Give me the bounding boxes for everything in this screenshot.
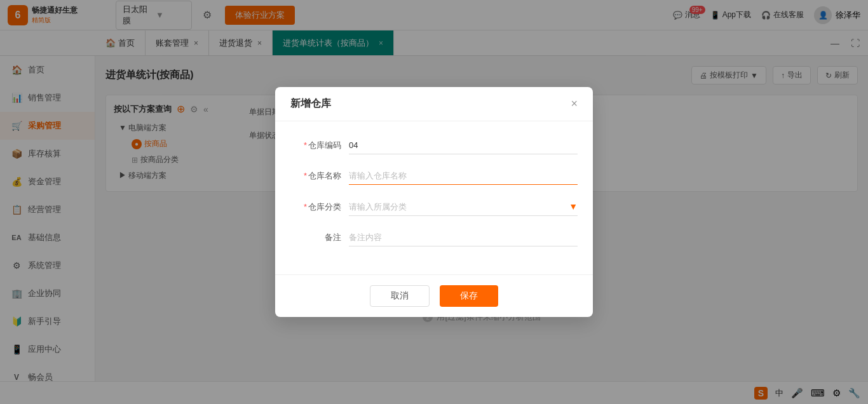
form-row-category: 仓库分类 ▼ (290, 198, 578, 216)
category-label: 仓库分类 (290, 201, 341, 213)
remark-label: 备注 (290, 232, 341, 243)
remark-input[interactable] (349, 229, 578, 246)
modal-title: 新增仓库 (290, 97, 331, 111)
form-row-code: 仓库编码 (290, 137, 578, 154)
new-warehouse-modal: 新增仓库 × 仓库编码 仓库名称 仓库分类 ▼ (275, 87, 593, 317)
category-input[interactable] (349, 202, 569, 212)
code-label: 仓库编码 (290, 140, 341, 151)
form-row-name: 仓库名称 (290, 167, 578, 185)
modal-body: 仓库编码 仓库名称 仓库分类 ▼ 备注 (275, 121, 593, 274)
save-button[interactable]: 保存 (440, 285, 498, 307)
modal-footer: 取消 保存 (275, 274, 593, 317)
cancel-button[interactable]: 取消 (370, 285, 430, 307)
form-row-remark: 备注 (290, 229, 578, 246)
category-select-row[interactable]: ▼ (349, 198, 578, 216)
name-label: 仓库名称 (290, 170, 341, 182)
name-input[interactable] (349, 167, 578, 185)
modal-close-button[interactable]: × (571, 97, 578, 111)
category-dropdown-arrow: ▼ (569, 201, 578, 212)
code-input[interactable] (349, 137, 578, 154)
modal-overlay: 新增仓库 × 仓库编码 仓库名称 仓库分类 ▼ (0, 0, 868, 404)
modal-header: 新增仓库 × (275, 87, 593, 121)
